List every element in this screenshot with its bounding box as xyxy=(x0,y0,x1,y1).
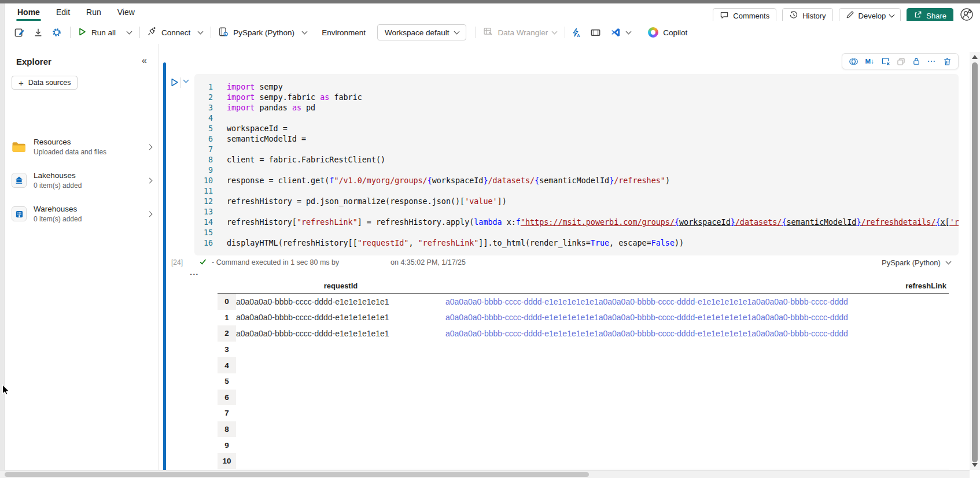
row-index: 3 xyxy=(218,342,236,358)
code-line-5[interactable]: 5workspaceId = xyxy=(194,124,959,134)
connect-label: Connect xyxy=(161,28,190,37)
duplicate-icon[interactable] xyxy=(897,57,905,66)
code-line-8[interactable]: 8client = fabric.FabricRestClient() xyxy=(194,155,959,165)
lock-cell-icon[interactable] xyxy=(912,57,920,65)
ai-run-icon[interactable]: A xyxy=(571,28,581,38)
code-line-16[interactable]: 16displayHTML(refreshHistory[["requestId… xyxy=(194,238,959,249)
language-picker-button[interactable]: PySpark (Python) xyxy=(218,27,307,39)
code-line-7[interactable]: 7 xyxy=(194,144,959,155)
output-more-indicator[interactable]: ... xyxy=(190,267,199,277)
code-text: client = fabric.FabricRestClient() xyxy=(213,155,385,165)
cell-collapse-chevron-icon[interactable] xyxy=(183,77,189,83)
code-text: displayHTML(refreshHistory[["requestId",… xyxy=(213,238,684,249)
warehouses-texts: Warehouses 0 item(s) added xyxy=(29,205,148,223)
code-line-13[interactable]: 13 xyxy=(194,207,959,217)
code-line-4[interactable]: 4 xyxy=(194,113,959,124)
download-icon[interactable] xyxy=(33,27,43,38)
vertical-scrollbar[interactable] xyxy=(970,52,980,470)
chevron-down-icon[interactable] xyxy=(626,28,632,34)
data-wrangler-icon xyxy=(483,27,493,38)
settings-gear-icon[interactable] xyxy=(51,27,62,38)
code-line-14[interactable]: 14refreshHistory["refreshLink"] = refres… xyxy=(194,217,959,228)
request-id-cell xyxy=(236,357,445,373)
vscode-icon[interactable] xyxy=(610,27,621,38)
more-options-icon[interactable] xyxy=(927,57,936,66)
code-line-3[interactable]: 3import pandas as pd xyxy=(194,103,959,113)
lakehouses-description: 0 item(s) added xyxy=(34,181,148,190)
code-line-15[interactable]: 15 xyxy=(194,228,959,238)
sidebar-item-warehouses[interactable]: Warehouses 0 item(s) added xyxy=(12,200,153,228)
lakehouse-icon xyxy=(12,173,29,188)
chevron-down-icon xyxy=(889,12,895,17)
tab-view[interactable]: View xyxy=(109,3,143,21)
connect-button[interactable]: Connect xyxy=(147,27,202,38)
code-line-6[interactable]: 6semanticModelId = xyxy=(194,134,959,144)
scroll-up-arrow-icon[interactable] xyxy=(972,55,978,59)
refresh-link[interactable]: a0a0a0a0-bbbb-cccc-dddd-e1e1e1e1e1e1a0a0… xyxy=(445,297,848,306)
collapse-sidebar-icon[interactable]: « xyxy=(142,55,147,66)
sidebar-item-resources[interactable]: Resources Uploaded data and files xyxy=(12,133,153,161)
line-number: 8 xyxy=(194,155,213,165)
horizontal-scrollbar-thumb[interactable] xyxy=(5,472,589,477)
code-line-10[interactable]: 10response = client.get(f"/v1.0/myorg/gr… xyxy=(194,176,959,186)
code-line-11[interactable]: 11 xyxy=(194,186,959,197)
copilot-cell-icon[interactable] xyxy=(849,57,859,66)
notebook-toolbar: Run all Connect PySpark (Python) Environ… xyxy=(5,21,980,44)
markdown-convert-icon[interactable]: M↓ xyxy=(865,58,874,65)
export-icon[interactable] xyxy=(14,27,25,38)
line-number: 7 xyxy=(194,144,213,155)
divider xyxy=(70,27,71,38)
code-line-12[interactable]: 12refreshHistory = pd.json_normalize(res… xyxy=(194,197,959,207)
run-cell-button[interactable] xyxy=(170,77,179,90)
run-all-button[interactable]: Run all xyxy=(78,27,131,38)
environment-label[interactable]: Environment xyxy=(322,28,366,37)
window-left-border xyxy=(0,3,5,478)
add-data-sources-button[interactable]: + Data sources xyxy=(12,76,78,90)
line-number: 3 xyxy=(194,103,213,113)
code-line-9[interactable]: 9 xyxy=(194,165,959,176)
share-icon xyxy=(913,10,922,21)
output-row-6: 6 xyxy=(218,390,949,406)
data-wrangler-button[interactable]: Data Wrangler xyxy=(483,27,557,38)
code-line-2[interactable]: 2import sempy.fabric as fabric xyxy=(194,92,959,103)
workspace-selector[interactable]: Workspace default xyxy=(377,24,467,40)
output-row-0: 0a0a0a0a0-bbbb-cccc-dddd-e1e1e1e1e1e1a0a… xyxy=(218,294,949,310)
copilot-button[interactable]: Copilot xyxy=(648,27,687,38)
horizontal-scrollbar[interactable] xyxy=(0,470,970,478)
chevron-down-icon[interactable] xyxy=(127,28,132,34)
scroll-down-arrow-icon[interactable] xyxy=(972,463,978,467)
code-line-1[interactable]: 1import sempy xyxy=(194,82,959,92)
refresh-link[interactable]: a0a0a0a0-bbbb-cccc-dddd-e1e1e1e1e1e1a0a0… xyxy=(445,329,848,338)
fabric-notebook-window: HomeEditRunView Comments History Develop xyxy=(0,0,980,478)
divider xyxy=(139,27,140,38)
column-header-refreshlink: refreshLink xyxy=(905,281,946,290)
tab-run[interactable]: Run xyxy=(78,3,109,21)
clear-output-icon[interactable] xyxy=(881,57,890,66)
cell-selection-bar xyxy=(163,62,166,475)
cell-language-selector[interactable]: PySpark (Python) xyxy=(882,258,950,267)
refresh-link-cell xyxy=(445,421,949,438)
request-id-cell: a0a0a0a0-bbbb-cccc-dddd-e1e1e1e1e1e1 xyxy=(236,310,445,326)
refresh-link-cell: a0a0a0a0-bbbb-cccc-dddd-e1e1e1e1e1e1a0a0… xyxy=(445,310,949,326)
sidebar-item-lakehouses[interactable]: Lakehouses 0 item(s) added xyxy=(12,166,153,194)
frame-icon[interactable] xyxy=(590,27,601,38)
code-text: import pandas as pd xyxy=(213,103,315,113)
refresh-link-cell xyxy=(445,357,949,373)
delete-cell-icon[interactable] xyxy=(943,57,952,66)
explorer-sidebar: Explorer « + Data sources Resources Uplo… xyxy=(5,44,159,470)
play-icon xyxy=(78,27,87,38)
refresh-link-cell xyxy=(445,373,949,390)
tab-home[interactable]: Home xyxy=(9,3,48,21)
cell-language-label: PySpark (Python) xyxy=(882,258,941,267)
chevron-down-icon xyxy=(302,28,308,34)
vertical-scrollbar-thumb[interactable] xyxy=(972,62,978,462)
code-editor[interactable]: 1import sempy2import sempy.fabric as fab… xyxy=(194,74,959,255)
code-text xyxy=(213,144,227,155)
tab-edit[interactable]: Edit xyxy=(48,3,78,21)
line-number: 14 xyxy=(194,217,213,228)
language-label: PySpark (Python) xyxy=(233,28,294,37)
line-number: 6 xyxy=(194,134,213,144)
refresh-link[interactable]: a0a0a0a0-bbbb-cccc-dddd-e1e1e1e1e1e1a0a0… xyxy=(445,313,848,322)
code-text xyxy=(213,228,227,238)
cell-status-time: on 4:35:02 PM, 1/17/25 xyxy=(390,258,466,266)
